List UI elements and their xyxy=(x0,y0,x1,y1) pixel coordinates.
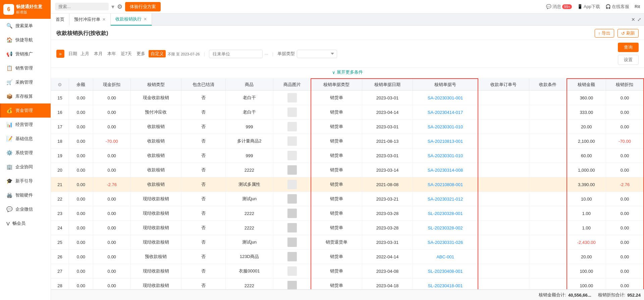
sidebar-item-guide[interactable]: 🎓新手引导 xyxy=(0,174,51,188)
table-row: 21 0.00 -2.76 收款核销 否 测试多属性 销货单 2021-08-0… xyxy=(51,177,644,192)
cell-verify-discount: 0.00 xyxy=(606,163,644,177)
close-window-btn[interactable]: ✕ xyxy=(631,17,635,22)
cell-row-num: 19 xyxy=(51,148,69,163)
cell-verify-doc-no[interactable]: SA-20230314-008 xyxy=(413,163,478,177)
cell-verify-doc-no[interactable]: SL-20230328-002 xyxy=(413,221,478,235)
table-row: 19 0.00 0.00 收款核销 否 999 销货单 2023-03-01 S… xyxy=(51,148,644,163)
headset-icon: 🎧 xyxy=(605,4,611,9)
sidebar-label-enterprise: 企业协同 xyxy=(15,164,33,170)
table-wrap[interactable]: ⚙ 余额 现金折扣 核销类型 包含已结清 商品 商品图片 核销单据类型 核销单据… xyxy=(51,78,644,289)
sidebar-item-wechat[interactable]: 💬企业微信 xyxy=(0,202,51,216)
filter-settings-btn[interactable]: 设置 xyxy=(618,55,639,65)
date-opt-more[interactable]: 更多 xyxy=(135,50,147,57)
col-verify-type-header: 核销类型 xyxy=(130,79,181,91)
cell-verify-doc-no[interactable]: SA-20230301-010 xyxy=(413,120,478,134)
col-settings-header[interactable]: ⚙ xyxy=(51,79,69,91)
msg-icon: 💬 xyxy=(546,4,551,9)
tab-receivable[interactable]: 收款核销执行 ✕ xyxy=(111,13,152,26)
filter-doctype-group: 单据类型 xyxy=(277,50,337,58)
cell-verify-doc-no[interactable]: SA-20230414-017 xyxy=(413,105,478,120)
maximize-btn[interactable]: ⤢ xyxy=(637,17,641,22)
sidebar-item-inventory[interactable]: 📦库存核算 xyxy=(0,89,51,103)
date-opt-lastmonth[interactable]: 上月 xyxy=(79,50,91,57)
trial-btn[interactable]: 体验行业方案 xyxy=(125,2,161,11)
online-service[interactable]: 🎧 在线客服 xyxy=(605,4,629,10)
tab-bar: 首页 预付冲应付单 ✕ 收款核销执行 ✕ ✕ ⤢ xyxy=(51,13,644,26)
cell-verify-doc-no[interactable]: SA-20210808-001 xyxy=(413,177,478,192)
cell-verify-doc-no[interactable]: SA-20230331-026 xyxy=(413,235,478,250)
cell-verify-doc-no[interactable]: SL-20230408-001 xyxy=(413,264,478,278)
msg-area[interactable]: 💬 消息 99+ xyxy=(546,4,572,10)
sidebar-icon-inventory: 📦 xyxy=(6,93,13,99)
expand-conditions-link[interactable]: ∨ 展开更多条件 xyxy=(332,69,363,75)
sidebar-item-purchase[interactable]: 🛒采购管理 xyxy=(0,75,51,89)
tab-receivable-close[interactable]: ✕ xyxy=(144,17,147,22)
cell-verify-doc-no[interactable]: SA-20230321-012 xyxy=(413,192,478,206)
chevron-down-icon: ∨ xyxy=(332,70,335,75)
topbar-settings-icon[interactable]: ⚙ xyxy=(117,3,122,10)
sidebar-item-sales[interactable]: 📋销售管理 xyxy=(0,61,51,75)
refresh-btn[interactable]: ↺ 刷新 xyxy=(618,29,639,38)
date-opt-thisyear[interactable]: 本年 xyxy=(106,50,117,57)
topbar-dropdown-icon[interactable]: ▾ xyxy=(111,3,114,10)
table-footer: 核销金额合计: 40,556,66... 核销折扣合计: 952.24 xyxy=(51,289,644,300)
sidebar-item-vip[interactable]: V畅会员 xyxy=(0,216,51,230)
app-download[interactable]: 📱 App下载 xyxy=(577,4,600,10)
main-table: ⚙ 余额 现金折扣 核销类型 包含已结清 商品 商品图片 核销单据类型 核销单据… xyxy=(51,78,644,289)
cell-verify-discount: 0.00 xyxy=(606,120,644,134)
filter-expand-btn[interactable]: » xyxy=(56,50,64,58)
topbar-search-input[interactable] xyxy=(55,3,109,10)
tab-prepay-close[interactable]: ✕ xyxy=(102,17,106,22)
sidebar-item-basic[interactable]: 📝基础信息 xyxy=(0,132,51,146)
cell-verify-doc-date: 2022-04-14 xyxy=(362,250,413,264)
sidebar-item-system[interactable]: ⚙️系统管理 xyxy=(0,146,51,160)
cell-verify-doc-no[interactable]: SL-20230328-001 xyxy=(413,206,478,221)
cell-verify-amount: 60.00 xyxy=(567,148,606,163)
tab-home[interactable]: 首页 xyxy=(51,13,69,26)
cell-cash-discount: -70.00 xyxy=(93,134,130,148)
cell-verify-doc-no[interactable]: SA-20230301-001 xyxy=(413,91,478,105)
cell-verify-amount: 360.00 xyxy=(567,91,606,105)
cell-balance: 0.00 xyxy=(69,250,93,264)
sidebar-item-hardware[interactable]: 🖨️智能硬件 xyxy=(0,188,51,202)
query-btn[interactable]: 查询 xyxy=(618,43,639,52)
sidebar-item-search[interactable]: 🔍搜索菜单 xyxy=(0,19,51,33)
cell-row-num: 15 xyxy=(51,91,69,105)
sidebar-item-marketing[interactable]: 📢营销推广 xyxy=(0,47,51,61)
partner-input[interactable] xyxy=(209,50,263,58)
sidebar-item-finance[interactable]: 💰资金管理 xyxy=(0,103,51,118)
table-row: 18 0.00 -70.00 收款核销 否 多计量商品2 销货单 2021-08… xyxy=(51,134,644,148)
cell-verify-doc-no[interactable]: SA-20210813-001 xyxy=(413,134,478,148)
user-name[interactable]: Rit xyxy=(635,4,640,9)
sidebar-label-guide: 新手引导 xyxy=(15,178,33,184)
cell-verify-doc-no[interactable]: SA-20230301-010 xyxy=(413,148,478,163)
cell-verify-type: 现结收款核销 xyxy=(130,235,181,250)
date-opt-7days[interactable]: 近7天 xyxy=(119,50,133,57)
sidebar-item-operation[interactable]: 📊经营管理 xyxy=(0,118,51,132)
sidebar-item-enterprise[interactable]: 🏢企业协同 xyxy=(0,160,51,174)
cell-verify-type: 预付冲应收 xyxy=(130,105,181,120)
cell-verify-doc-no[interactable]: ABC-001 xyxy=(413,250,478,264)
sidebar-item-quick[interactable]: 🏠快捷导航 xyxy=(0,33,51,47)
filter-right-actions: 查询 设置 xyxy=(618,43,639,65)
date-opt-custom[interactable]: 自定义 xyxy=(149,50,166,57)
partner-dots[interactable]: ··· xyxy=(265,51,268,56)
date-opt-thismonth[interactable]: 本月 xyxy=(93,50,104,57)
tab-prepay[interactable]: 预付冲应付单 ✕ xyxy=(69,13,111,26)
sidebar-label-basic: 基础信息 xyxy=(15,136,33,142)
cell-product: 多计量商品2 xyxy=(225,134,273,148)
date-range: 不限 至 2023-07-26 xyxy=(168,52,200,57)
export-btn[interactable]: ↑ 导出 xyxy=(595,29,614,38)
cell-verify-type: 现结收款核销 xyxy=(130,206,181,221)
cell-receipt-order-no xyxy=(478,163,529,177)
cell-verify-doc-no[interactable]: SL-20230418-001 xyxy=(413,278,478,290)
sidebar: 6 畅捷通好生意 标准版 🔍搜索菜单🏠快捷导航📢营销推广📋销售管理🛒采购管理📦库… xyxy=(0,0,51,300)
cell-product-img xyxy=(273,177,311,192)
cell-verify-amount: 20.00 xyxy=(567,250,606,264)
doctype-select[interactable] xyxy=(297,50,337,58)
cell-receipt-cond xyxy=(529,192,567,206)
cell-cash-discount: 0.00 xyxy=(93,264,130,278)
cell-verify-doc-type: 销货单 xyxy=(311,250,362,264)
sidebar-icon-guide: 🎓 xyxy=(6,178,13,184)
cell-balance: 0.00 xyxy=(69,134,93,148)
